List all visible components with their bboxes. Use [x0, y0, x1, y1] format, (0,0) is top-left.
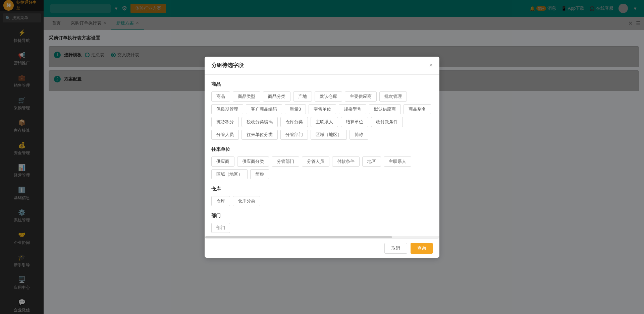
field-tag-1-1[interactable]: 供应商分类	[237, 156, 269, 167]
field-tag-3-0[interactable]: 部门	[211, 223, 230, 233]
field-tag-0-17[interactable]: 主联系人	[311, 117, 338, 127]
field-tag-1-0[interactable]: 供应商	[211, 156, 234, 167]
field-tag-0-2[interactable]: 商品分类	[263, 91, 290, 102]
field-tag-0-12[interactable]: 默认供应商	[369, 104, 401, 114]
field-group-title-1: 往来单位	[211, 146, 433, 152]
field-tag-2-0[interactable]: 仓库	[211, 196, 230, 206]
field-tag-0-0[interactable]: 商品	[211, 91, 230, 102]
field-tag-0-8[interactable]: 客户商品编码	[246, 104, 282, 114]
field-tag-0-19[interactable]: 收付款条件	[371, 117, 403, 127]
field-tag-1-3[interactable]: 分管人员	[302, 156, 329, 167]
field-tag-0-21[interactable]: 往来单位分类	[241, 130, 278, 140]
modal-close-button[interactable]: ×	[429, 62, 433, 68]
field-group-1: 往来单位供应商供应商分类分管部门分管人员付款条件地区主联系人区域（地区）简称	[211, 146, 433, 179]
field-tag-1-8[interactable]: 简称	[250, 169, 269, 179]
horizontal-scroll-thumb	[205, 236, 392, 238]
field-tag-0-15[interactable]: 税收分类编码	[241, 117, 278, 127]
field-tag-1-4[interactable]: 付款条件	[332, 156, 360, 167]
field-group-0: 商品商品商品类型商品分类产地默认仓库主要供应商批次管理保质期管理客户商品编码重量…	[211, 81, 433, 140]
modal-overlay: 分组待选字段 × 商品商品商品类型商品分类产地默认仓库主要供应商批次管理保质期管…	[0, 0, 644, 314]
field-tags-3: 部门	[211, 223, 433, 233]
field-tags-2: 仓库仓库分类	[211, 196, 433, 206]
field-tag-0-11[interactable]: 规格型号	[339, 104, 366, 114]
field-tag-1-7[interactable]: 区域（地区）	[211, 169, 248, 179]
field-selection-modal: 分组待选字段 × 商品商品商品类型商品分类产地默认仓库主要供应商批次管理保质期管…	[205, 57, 439, 258]
modal-body: 商品商品商品类型商品分类产地默认仓库主要供应商批次管理保质期管理客户商品编码重量…	[205, 75, 439, 236]
field-tag-0-7[interactable]: 保质期管理	[211, 104, 243, 114]
field-tag-0-13[interactable]: 商品别名	[404, 104, 431, 114]
field-tag-0-1[interactable]: 商品类型	[233, 91, 260, 102]
modal-horizontal-scrollbar[interactable]	[205, 236, 439, 238]
field-tag-0-16[interactable]: 仓库分类	[280, 117, 308, 127]
field-tag-0-20[interactable]: 分管人员	[211, 130, 239, 140]
field-tag-1-5[interactable]: 地区	[362, 156, 381, 167]
field-group-2: 仓库仓库仓库分类	[211, 186, 433, 206]
cancel-button[interactable]: 取消	[384, 243, 407, 254]
field-group-title-3: 部门	[211, 213, 433, 219]
field-tags-1: 供应商供应商分类分管部门分管人员付款条件地区主联系人区域（地区）简称	[211, 156, 433, 179]
field-tag-0-14[interactable]: 拣货积分	[211, 117, 239, 127]
field-group-title-0: 商品	[211, 81, 433, 87]
field-tag-0-18[interactable]: 结算单位	[341, 117, 368, 127]
field-tag-0-22[interactable]: 分管部门	[280, 130, 308, 140]
field-tag-2-1[interactable]: 仓库分类	[233, 196, 260, 206]
field-tag-1-2[interactable]: 分管部门	[272, 156, 299, 167]
field-group-title-2: 仓库	[211, 186, 433, 192]
field-tags-0: 商品商品类型商品分类产地默认仓库主要供应商批次管理保质期管理客户商品编码重量3零…	[211, 91, 433, 140]
field-tag-0-24[interactable]: 简称	[350, 130, 368, 140]
confirm-button[interactable]: 查询	[411, 243, 433, 254]
modal-footer: 取消 查询	[205, 239, 439, 258]
modal-title: 分组待选字段	[211, 62, 244, 69]
field-tag-0-5[interactable]: 主要供应商	[345, 91, 377, 102]
field-tag-0-4[interactable]: 默认仓库	[315, 91, 342, 102]
field-group-3: 部门部门	[211, 213, 433, 233]
field-tag-0-23[interactable]: 区域（地区）	[311, 130, 347, 140]
field-tag-0-10[interactable]: 零售单位	[309, 104, 336, 114]
field-tag-0-3[interactable]: 产地	[293, 91, 312, 102]
modal-header: 分组待选字段 ×	[205, 57, 439, 75]
field-tag-0-9[interactable]: 重量3	[285, 104, 306, 114]
field-tag-1-6[interactable]: 主联系人	[384, 156, 411, 167]
field-tag-0-6[interactable]: 批次管理	[379, 91, 407, 102]
